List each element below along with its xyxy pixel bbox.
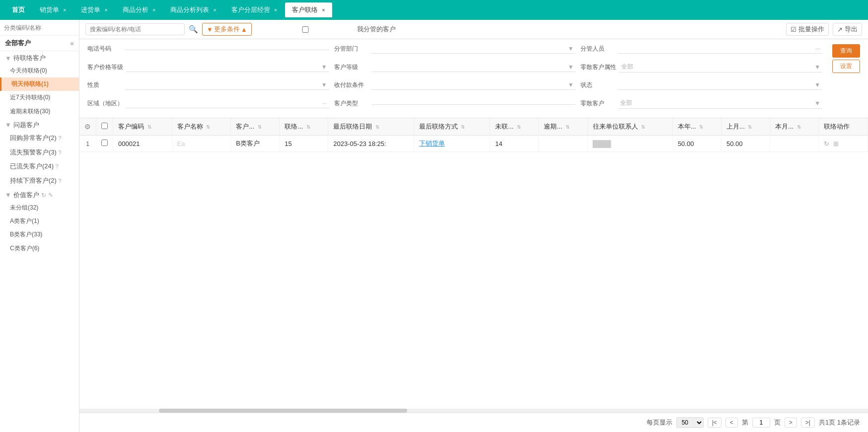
sidebar-all-customers[interactable]: 全部客户 « [0,36,79,51]
phone-input[interactable] [125,48,329,50]
sidebar-item-lost-warning[interactable]: 流失预警客户(3) ? [0,145,79,160]
th-no-contact-days: 未联... ⇅ [490,118,539,136]
arrow-down-icon-problem: ▼ [5,121,11,129]
customer-table: ⚙ 客户编码 ⇅ 客户名称 ⇅ [79,118,868,152]
sort-company-contact-icon[interactable]: ⇅ [641,124,645,130]
sort-name-icon[interactable]: ⇅ [206,124,210,130]
my-customers-checkbox[interactable] [256,26,355,33]
nav-customer-contact[interactable]: 客户联络 × [285,2,332,17]
query-button[interactable]: 查询 [832,44,860,58]
sidebar-item-overdue-contact[interactable]: 逾期未联络(30) [0,105,79,118]
sort-contact-count-icon[interactable]: ⇅ [306,124,310,130]
page-size-label: 每页显示 [647,418,672,427]
settings-button[interactable]: 设置 [832,60,860,73]
refresh-icon[interactable]: ↻ [41,192,46,199]
sidebar-item-repurchase-abnormal[interactable]: 回购异常客户(2) ? [0,131,79,145]
arrow-down-icon-value: ▼ [5,191,11,199]
gear-settings-icon[interactable]: ⚙ [84,123,91,131]
dept-select[interactable]: ▼ [372,44,576,54]
search-input[interactable] [85,23,185,35]
close-purchase-order-icon[interactable]: × [104,7,107,13]
scrollbar-thumb[interactable] [159,409,407,413]
sidebar-item-tomorrow-contact[interactable]: 明天待联络(1) [0,77,79,91]
row-current-year: 50.00 [672,136,721,152]
sort-code-icon[interactable]: ⇅ [147,124,151,130]
sidebar-item-week-contact[interactable]: 近7天待联络(0) [0,91,79,104]
area-label: 区域（地区） [87,99,123,108]
sidebar-group-pending[interactable]: ▼ 待联络客户 [0,51,79,64]
help-icon-already-lost[interactable]: ? [55,163,58,169]
sort-last-month-icon[interactable]: ⇅ [748,124,752,130]
sidebar-item-today-contact[interactable]: 今天待联络(0) [0,64,79,77]
nav-product-analysis-list[interactable]: 商品分析列表 × [163,2,223,17]
gender-dropdown-icon: ▼ [321,81,327,88]
sidebar-item-continuous-decline[interactable]: 持续下滑客户(2) ? [0,174,79,188]
customer-level-select[interactable]: ▼ [372,63,576,72]
prev-page-button[interactable]: < [725,418,738,428]
close-customer-contact-icon[interactable]: × [322,7,325,13]
sidebar-item-class-a[interactable]: A类客户(1) [0,215,79,228]
status-select[interactable]: ▼ [618,80,822,90]
more-conditions-button[interactable]: ▼ 更多条件 ▲ [202,23,252,36]
sidebar-item-ungrouped[interactable]: 未分组(32) [0,201,79,215]
page-size-select[interactable]: 50 100 200 [676,417,704,428]
sidebar-group-problem[interactable]: ▼ 问题客户 [0,118,79,131]
sort-last-contact-method-icon[interactable]: ⇅ [461,124,465,130]
gender-label: 性质 [87,81,122,89]
filter-cell-status: 状态 ▼ [580,80,822,90]
row-checkbox[interactable] [101,140,108,146]
nav-purchase-order[interactable]: 进货单 × [74,2,114,17]
sidebar-item-class-c[interactable]: C类客户(6) [0,242,79,255]
sort-no-contact-icon[interactable]: ⇅ [517,124,521,130]
batch-ops-button[interactable]: ☑ 批量操作 [786,23,829,36]
price-level-select[interactable]: ▼ [126,63,329,72]
area-select[interactable]: ··· [126,99,329,108]
close-sales-order-icon[interactable]: × [63,7,66,13]
gender-select[interactable]: ▼ [125,80,329,90]
row-overdue [539,136,587,152]
sort-current-year-icon[interactable]: ⇅ [699,124,703,130]
next-page-button[interactable]: > [785,418,797,428]
person-dots-icon[interactable]: ··· [815,45,820,52]
person-select[interactable]: ··· [618,44,822,54]
customer-type-select[interactable] [372,102,576,105]
sort-type-icon[interactable]: ⇅ [258,124,262,130]
current-page-input[interactable] [752,418,770,428]
retail-attr-select[interactable]: 全部 ▼ [619,62,822,72]
action-icons-cell: ↻ ⊞ [824,140,863,147]
grid-action-icon[interactable]: ⊞ [833,140,839,147]
retail-customer-select[interactable]: 全部 ▼ [618,98,822,109]
sidebar-item-already-lost[interactable]: 已流失客户(24) ? [0,159,79,174]
close-customer-layering-icon[interactable]: × [274,7,277,13]
retail-attr-dropdown-icon: ▼ [814,64,820,71]
select-all-checkbox[interactable] [101,123,108,129]
refresh-action-icon[interactable]: ↻ [824,140,829,147]
row-last-contact-method[interactable]: 下销货单 [414,136,490,152]
close-product-analysis-list-icon[interactable]: × [213,7,216,13]
horizontal-scrollbar[interactable] [79,409,868,413]
price-level-label: 客户价格等级 [87,63,123,72]
close-product-analysis-icon[interactable]: × [152,7,155,13]
payment-select[interactable]: ▼ [372,80,576,90]
sidebar-collapse-icon[interactable]: « [70,39,74,47]
sidebar-item-class-b[interactable]: B类客户(33) [0,228,79,241]
my-customers-checkbox-area[interactable]: 我分管的客户 [256,25,396,34]
sort-last-contact-date-icon[interactable]: ⇅ [375,124,379,130]
nav-home[interactable]: 首页 [5,2,32,17]
nav-sales-order[interactable]: 销货单 × [33,2,73,17]
nav-product-analysis[interactable]: 商品分析 × [116,2,162,17]
edit-icon[interactable]: ✎ [48,192,53,199]
help-icon-repurchase[interactable]: ? [58,135,61,141]
sidebar-group-value[interactable]: ▼ 价值客户 ↻ ✎ [0,188,79,201]
first-page-button[interactable]: |< [708,418,722,428]
nav-customer-layering[interactable]: 客户分层经营 × [224,2,284,17]
help-icon-lost[interactable]: ? [58,149,61,155]
export-button[interactable]: ↗ 导出 [833,23,862,36]
area-dots-icon[interactable]: ··· [322,100,327,107]
help-icon-decline[interactable]: ? [58,178,61,184]
sidebar-search-input[interactable] [4,24,78,31]
sort-overdue-icon[interactable]: ⇅ [566,124,570,130]
search-button[interactable]: 🔍 [189,25,198,34]
last-page-button[interactable]: >| [801,418,815,428]
sort-current-month-icon[interactable]: ⇅ [797,124,801,130]
